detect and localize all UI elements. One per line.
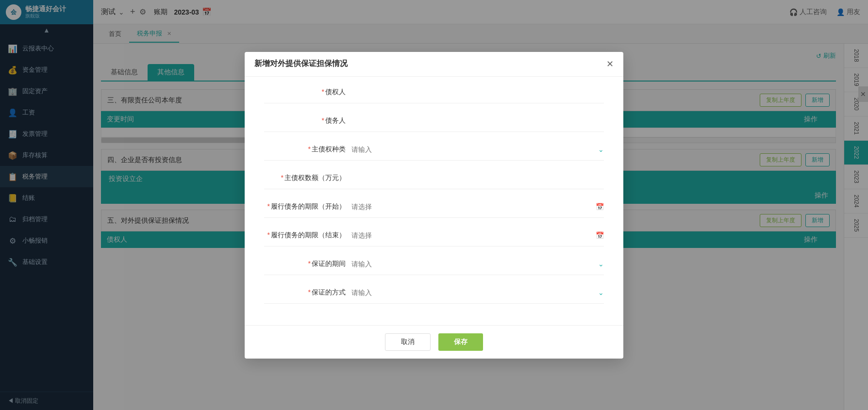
required-mark-guarantee_period: * [308, 260, 311, 267]
modal-title: 新增对外提供保证担保情况 [254, 59, 348, 69]
form-row-debtor: *债务人 [264, 115, 604, 132]
form-label-period_end: *履行债务的期限（结束） [264, 231, 351, 240]
modal-close-btn[interactable]: ✕ [606, 59, 614, 69]
save-btn[interactable]: 保存 [438, 333, 483, 351]
modal-footer: 取消 保存 [245, 325, 623, 359]
date-wrapper-period_start: 📅 [351, 201, 604, 213]
select-wrapper-guarantee_method: ⌄ [351, 287, 604, 298]
required-mark-guarantee_method: * [308, 288, 311, 296]
calendar-icon-period_end[interactable]: 📅 [596, 231, 604, 239]
modal: 新增对外提供保证担保情况 ✕ *债权人*债务人*主债权种类⌄*主债权数额（万元）… [245, 52, 623, 359]
field-guarantee_method[interactable] [351, 287, 598, 298]
field-debtor[interactable] [351, 115, 604, 127]
required-mark-period_start: * [267, 202, 270, 210]
form-label-guarantee_method: *保证的方式 [264, 288, 351, 297]
form-label-debtor: *债务人 [264, 116, 351, 125]
form-label-period_start: *履行债务的期限（开始） [264, 202, 351, 211]
select-arrow-debt_type[interactable]: ⌄ [598, 146, 604, 153]
form-row-debt_amount: *主债权数额（万元） [264, 172, 604, 189]
cancel-btn[interactable]: 取消 [385, 333, 431, 351]
form-row-debt_type: *主债权种类⌄ [264, 144, 604, 161]
select-arrow-guarantee_period[interactable]: ⌄ [598, 260, 604, 268]
required-mark-debt_type: * [308, 145, 311, 153]
required-mark-creditor: * [322, 88, 324, 96]
form-row-guarantee_method: *保证的方式⌄ [264, 287, 604, 304]
field-period_end[interactable] [351, 230, 596, 241]
form-row-guarantee_period: *保证的期间⌄ [264, 258, 604, 275]
field-guarantee_period[interactable] [351, 258, 598, 270]
select-wrapper-guarantee_period: ⌄ [351, 258, 604, 270]
form-row-period_end: *履行债务的期限（结束）📅 [264, 230, 604, 246]
required-mark-debt_amount: * [281, 174, 284, 181]
field-period_start[interactable] [351, 201, 596, 213]
form-label-debt_type: *主债权种类 [264, 145, 351, 154]
field-creditor[interactable] [351, 86, 604, 98]
form-label-creditor: *债权人 [264, 88, 351, 97]
form-row-period_start: *履行债务的期限（开始）📅 [264, 201, 604, 218]
form-label-debt_amount: *主债权数额（万元） [264, 174, 351, 182]
required-mark-period_end: * [267, 231, 270, 239]
form-row-creditor: *债权人 [264, 86, 604, 103]
modal-body: *债权人*债务人*主债权种类⌄*主债权数额（万元）*履行债务的期限（开始）📅*履… [245, 77, 623, 325]
field-debt_amount[interactable] [351, 172, 604, 184]
calendar-icon-period_start[interactable]: 📅 [596, 203, 604, 211]
select-arrow-guarantee_method[interactable]: ⌄ [598, 289, 604, 296]
required-mark-debtor: * [322, 116, 324, 124]
select-wrapper-debt_type: ⌄ [351, 144, 604, 155]
modal-overlay[interactable]: 新增对外提供保证担保情况 ✕ *债权人*债务人*主债权种类⌄*主债权数额（万元）… [0, 0, 868, 410]
modal-header: 新增对外提供保证担保情况 ✕ [245, 52, 623, 77]
date-wrapper-period_end: 📅 [351, 230, 604, 241]
form-label-guarantee_period: *保证的期间 [264, 260, 351, 268]
field-debt_type[interactable] [351, 144, 598, 155]
